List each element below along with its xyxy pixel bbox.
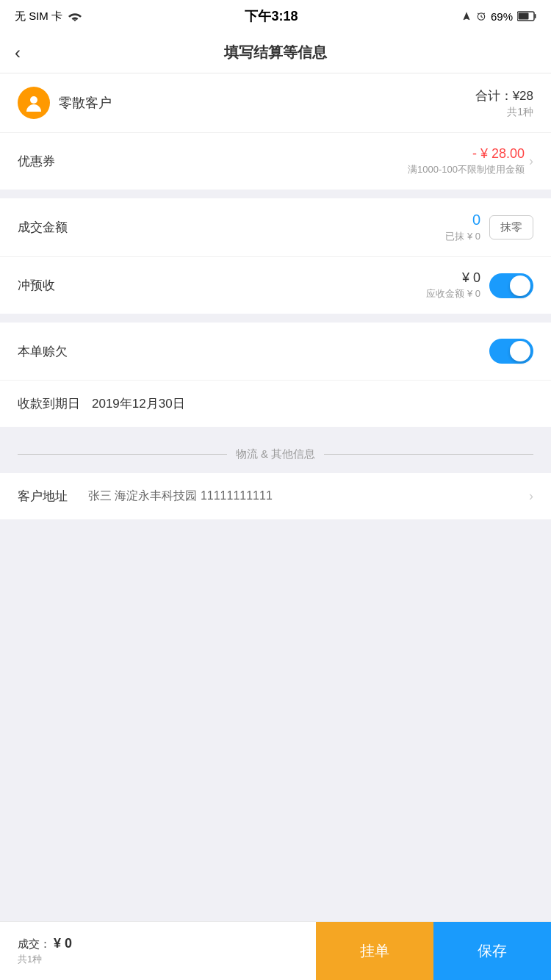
page-title: 填写结算等信息 [224, 43, 327, 62]
bottom-amount: ¥ 0 [54, 936, 72, 951]
divider-line-right [324, 454, 533, 455]
hold-button[interactable]: 挂单 [316, 922, 433, 981]
customer-icon [24, 93, 44, 113]
coupon-chevron-icon: › [529, 154, 533, 169]
svg-rect-2 [518, 13, 528, 20]
status-time: 下午3:18 [245, 7, 298, 25]
customer-card: 零散客户 合计：¥28 共1种 优惠券 - ¥ 28.00 满1000-100不… [0, 73, 551, 190]
total-count: 共1种 [475, 106, 533, 119]
prepay-toggle[interactable] [489, 273, 533, 298]
address-chevron-icon: › [529, 489, 533, 504]
svg-rect-3 [534, 14, 536, 18]
coupon-row[interactable]: 优惠券 - ¥ 28.00 满1000-100不限制使用金额 › [0, 132, 551, 190]
alarm-icon [476, 11, 486, 21]
customer-left: 零散客户 [18, 87, 112, 119]
prepay-sub-text: 应收金额 ¥ 0 [426, 287, 480, 300]
customer-avatar [18, 87, 50, 119]
back-button[interactable]: ‹ [15, 43, 21, 63]
bottom-summary: 成交： ¥ 0 共1种 [0, 936, 316, 966]
no-sim-text: 无 SIM 卡 [15, 10, 62, 24]
logistics-label: 物流 & 其他信息 [236, 447, 315, 461]
credit-section: 本单赊欠 收款到期日 2019年12月30日 [0, 323, 551, 427]
credit-label: 本单赊欠 [18, 343, 68, 360]
main-content: 零散客户 合计：¥28 共1种 优惠券 - ¥ 28.00 满1000-100不… [0, 73, 551, 593]
battery-text: 69% [491, 10, 513, 23]
status-bar: 无 SIM 卡 下午3:18 69% [0, 0, 551, 32]
transaction-sub-text: 已抹 ¥ 0 [295, 230, 480, 243]
coupon-label: 优惠券 [18, 153, 55, 170]
address-value: 张三 海淀永丰科技园 11111111111 [88, 489, 529, 504]
battery-icon [517, 11, 536, 21]
round-zero-button[interactable]: 抹零 [489, 215, 533, 239]
status-left: 无 SIM 卡 [15, 10, 82, 24]
coupon-desc: 满1000-100不限制使用金额 [408, 163, 525, 176]
credit-row: 本单赊欠 [0, 323, 551, 380]
customer-right: 合计：¥28 共1种 [475, 87, 533, 119]
date-value: 2019年12月30日 [92, 395, 185, 412]
address-label: 客户地址 [18, 488, 76, 505]
bottom-count: 共1种 [18, 953, 298, 966]
coupon-info: - ¥ 28.00 满1000-100不限制使用金额 [408, 146, 525, 176]
transaction-label: 成交金额 [18, 219, 76, 236]
coupon-discount: - ¥ 28.00 [408, 146, 525, 162]
status-right: 69% [461, 10, 536, 23]
prepay-value-area: ¥ 0 应收金额 ¥ 0 [426, 270, 533, 300]
location-icon [461, 11, 472, 21]
prepay-label: 冲预收 [18, 277, 76, 294]
date-label: 收款到期日 [18, 395, 80, 412]
address-row[interactable]: 客户地址 张三 海淀永丰科技园 11111111111 › [0, 473, 551, 519]
divider-line-left [18, 454, 227, 455]
transaction-section: 成交金额 已抹 ¥ 0 抹零 冲预收 ¥ 0 应收金额 ¥ 0 [0, 198, 551, 314]
save-button[interactable]: 保存 [433, 922, 551, 981]
transaction-amount-row: 成交金额 已抹 ¥ 0 抹零 [0, 198, 551, 257]
transaction-amount-input[interactable] [295, 212, 480, 228]
date-row: 收款到期日 2019年12月30日 [0, 380, 551, 427]
nav-bar: ‹ 填写结算等信息 [0, 32, 551, 73]
credit-toggle[interactable] [489, 339, 533, 364]
bottom-summary-label: 成交： [18, 937, 51, 951]
svg-point-4 [30, 96, 37, 104]
bottom-spacer [0, 519, 551, 593]
bottom-bar: 成交： ¥ 0 共1种 挂单 保存 [0, 921, 551, 980]
wifi-icon [68, 11, 82, 21]
total-amount: 合计：¥28 [475, 87, 533, 104]
prepay-amount: ¥ 0 [426, 270, 480, 286]
coupon-right: - ¥ 28.00 满1000-100不限制使用金额 › [408, 146, 533, 176]
prepay-row: 冲预收 ¥ 0 应收金额 ¥ 0 [0, 257, 551, 314]
customer-name: 零散客户 [59, 94, 112, 112]
customer-row: 零散客户 合计：¥28 共1种 [0, 73, 551, 132]
prepay-right: ¥ 0 应收金额 ¥ 0 [426, 270, 480, 300]
transaction-value-area: 已抹 ¥ 0 抹零 [295, 212, 533, 243]
logistics-divider: 物流 & 其他信息 [0, 436, 551, 473]
